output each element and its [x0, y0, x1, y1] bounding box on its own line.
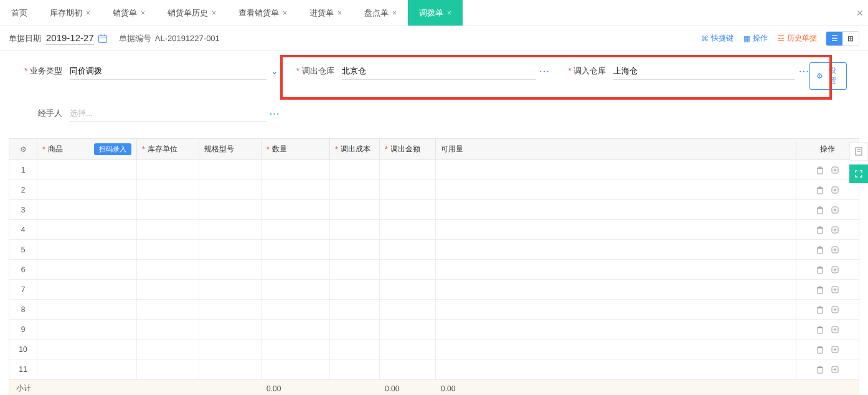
cell-cost[interactable] — [330, 359, 380, 379]
add-icon[interactable] — [831, 345, 839, 354]
add-icon[interactable] — [831, 245, 839, 254]
table-row[interactable]: 8 — [9, 300, 859, 320]
table-row[interactable]: 11 — [9, 359, 859, 379]
cell-available[interactable] — [436, 200, 796, 219]
cell-product[interactable] — [37, 320, 137, 339]
cell-unit[interactable] — [137, 260, 199, 279]
cell-unit[interactable] — [137, 359, 199, 379]
cell-qty[interactable] — [262, 200, 330, 219]
cell-amount[interactable] — [380, 320, 436, 339]
cell-qty[interactable] — [262, 260, 330, 279]
close-icon[interactable]: × — [447, 9, 451, 17]
cell-cost[interactable] — [330, 160, 380, 179]
cell-product[interactable] — [37, 160, 137, 179]
cell-available[interactable] — [436, 260, 796, 279]
cell-amount[interactable] — [380, 180, 436, 199]
delete-icon[interactable] — [816, 186, 824, 194]
cell-available[interactable] — [436, 220, 796, 239]
cell-spec[interactable] — [199, 340, 262, 359]
cell-unit[interactable] — [137, 320, 199, 339]
cell-amount[interactable] — [380, 260, 436, 279]
close-icon[interactable]: × — [141, 9, 145, 17]
calendar-icon[interactable] — [98, 34, 108, 44]
table-row[interactable]: 7 — [9, 280, 859, 300]
tab-purchase[interactable]: 进货单× — [298, 0, 353, 26]
cell-amount[interactable] — [380, 160, 436, 179]
cell-spec[interactable] — [199, 220, 262, 239]
cell-unit[interactable] — [137, 240, 199, 259]
cell-product[interactable] — [37, 200, 137, 219]
cell-amount[interactable] — [380, 340, 436, 359]
cell-spec[interactable] — [199, 300, 262, 319]
table-row[interactable]: 9 — [9, 320, 859, 340]
close-icon[interactable]: × — [337, 9, 342, 17]
cell-spec[interactable] — [199, 240, 262, 259]
cell-product[interactable] — [37, 340, 137, 359]
table-row[interactable]: 1 — [9, 160, 859, 180]
close-icon[interactable]: × — [392, 9, 397, 17]
table-row[interactable]: 5 — [9, 240, 859, 260]
close-icon[interactable]: × — [212, 9, 216, 17]
cell-cost[interactable] — [330, 300, 380, 319]
cell-spec[interactable] — [199, 200, 262, 219]
cell-qty[interactable] — [262, 359, 330, 379]
cell-spec[interactable] — [199, 280, 262, 299]
cell-qty[interactable] — [262, 160, 330, 179]
delete-icon[interactable] — [816, 365, 824, 374]
note-button[interactable] — [849, 142, 868, 161]
cell-cost[interactable] — [330, 280, 380, 299]
grid-view-button[interactable]: ⊞ — [842, 32, 859, 45]
delete-icon[interactable] — [816, 325, 824, 334]
tab-stocktake[interactable]: 盘点单× — [353, 0, 408, 26]
cell-unit[interactable] — [137, 200, 199, 219]
cell-available[interactable] — [436, 160, 796, 179]
cell-spec[interactable] — [199, 320, 262, 339]
cell-spec[interactable] — [199, 160, 262, 179]
cell-amount[interactable] — [380, 359, 436, 379]
cell-qty[interactable] — [262, 320, 330, 339]
cell-qty[interactable] — [262, 280, 330, 299]
cell-cost[interactable] — [330, 320, 380, 339]
cell-product[interactable] — [37, 180, 137, 199]
cell-amount[interactable] — [380, 200, 436, 219]
cell-cost[interactable] — [330, 240, 380, 259]
cell-product[interactable] — [37, 359, 137, 379]
delete-icon[interactable] — [816, 305, 824, 314]
cell-qty[interactable] — [262, 340, 330, 359]
cell-unit[interactable] — [137, 220, 199, 239]
tab-sales-order[interactable]: 销货单× — [101, 0, 156, 26]
cell-unit[interactable] — [137, 340, 199, 359]
delete-icon[interactable] — [816, 285, 824, 294]
table-row[interactable]: 3 — [9, 200, 859, 220]
cell-spec[interactable] — [199, 180, 262, 199]
close-all-tabs-icon[interactable]: × — [856, 6, 863, 19]
more-icon[interactable]: ··· — [270, 109, 280, 118]
cell-amount[interactable] — [380, 220, 436, 239]
date-value[interactable]: 2019-12-27 — [46, 32, 94, 45]
list-view-button[interactable]: ☰ — [826, 32, 842, 45]
cell-product[interactable] — [37, 260, 137, 279]
close-icon[interactable]: × — [283, 9, 287, 17]
history-link[interactable]: ☲历史单据 — [776, 33, 817, 44]
delete-icon[interactable] — [816, 345, 824, 354]
cell-qty[interactable] — [262, 180, 330, 199]
cell-unit[interactable] — [137, 280, 199, 299]
add-icon[interactable] — [831, 186, 839, 194]
cell-cost[interactable] — [330, 340, 380, 359]
tab-inventory-init[interactable]: 库存期初× — [39, 0, 101, 26]
cell-unit[interactable] — [137, 160, 199, 179]
cell-cost[interactable] — [330, 260, 380, 279]
tab-sales-history[interactable]: 销货单历史× — [156, 0, 227, 26]
add-icon[interactable] — [831, 226, 839, 234]
cell-available[interactable] — [436, 300, 796, 319]
more-icon[interactable]: ··· — [799, 67, 809, 76]
delete-icon[interactable] — [816, 206, 824, 214]
cell-qty[interactable] — [262, 300, 330, 319]
add-icon[interactable] — [831, 325, 839, 334]
cell-qty[interactable] — [262, 240, 330, 259]
cell-available[interactable] — [436, 359, 796, 379]
cell-product[interactable] — [37, 240, 137, 259]
cell-product[interactable] — [37, 300, 137, 319]
add-icon[interactable] — [831, 206, 839, 214]
in-warehouse-input[interactable] — [613, 62, 795, 80]
